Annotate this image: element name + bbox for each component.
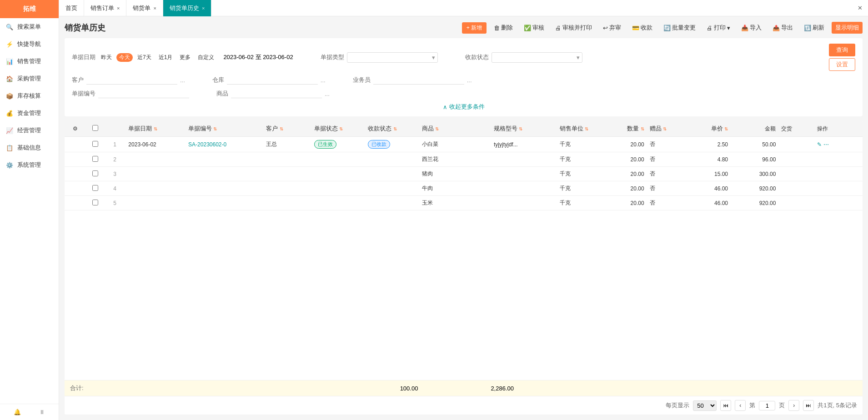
tab-sales-history-close[interactable]: × xyxy=(202,5,205,11)
select-all-checkbox[interactable] xyxy=(92,125,98,131)
action-link[interactable]: ⋯ xyxy=(823,141,829,148)
next-page-btn[interactable]: › xyxy=(788,400,799,411)
td-gift: 否 xyxy=(647,196,683,210)
page-input[interactable] xyxy=(759,401,775,410)
sidebar-item-system[interactable]: ⚙️ 系统管理 xyxy=(0,156,59,174)
salesperson-ellipsis[interactable]: ... xyxy=(467,77,472,84)
last-page-btn[interactable]: ⏭ xyxy=(803,400,814,411)
date-pill-today[interactable]: 今天 xyxy=(116,53,133,62)
tab-sales-goods[interactable]: 销货单 × xyxy=(126,0,163,16)
th-doc-status[interactable]: 单据状态 ⇅ xyxy=(311,121,366,137)
th-check[interactable] xyxy=(86,121,104,137)
sidebar-item-basic[interactable]: 📋 基础信息 xyxy=(0,139,59,156)
first-page-btn[interactable]: ⏮ xyxy=(720,400,731,411)
filter-payment-status-select[interactable] xyxy=(492,52,582,63)
th-goods-label: 商品 xyxy=(422,125,434,132)
date-pill-yesterday[interactable]: 昨天 xyxy=(98,53,115,62)
import-button[interactable]: 📥 导入 xyxy=(738,22,765,34)
th-payment-status[interactable]: 收款状态 ⇅ xyxy=(365,121,419,137)
basic-icon: 📋 xyxy=(5,144,14,152)
td-trade xyxy=(778,152,814,167)
tab-home[interactable]: 首页 xyxy=(59,0,84,16)
th-gift[interactable]: 赠品 ⇅ xyxy=(647,121,683,137)
show-detail-button[interactable]: 显示明细 xyxy=(832,22,863,34)
per-page-select[interactable]: 50 100 xyxy=(693,400,717,411)
th-doc-no[interactable]: 单据编号 ⇅ xyxy=(186,121,263,137)
audit-print-button[interactable]: 🖨 审核并打印 xyxy=(552,22,596,34)
sidebar-item-operations[interactable]: 📈 经营管理 xyxy=(0,122,59,139)
export-button[interactable]: 📤 导出 xyxy=(769,22,797,34)
table-row: 1 2023-06-02 SA-20230602-0 王总 已生效 已收款 小白… xyxy=(65,137,863,152)
row-checkbox[interactable] xyxy=(92,141,98,147)
sidebar-item-purchase[interactable]: 🏠 采购管理 xyxy=(0,70,59,87)
td-doc-no[interactable] xyxy=(186,167,263,181)
prev-page-btn[interactable]: ‹ xyxy=(735,400,746,411)
date-pill-7days[interactable]: 近7天 xyxy=(135,53,154,62)
date-pill-more[interactable]: 更多 xyxy=(177,53,193,62)
filter-salesperson-input[interactable] xyxy=(373,75,464,85)
abandon-button[interactable]: ↩ 弃审 xyxy=(599,22,625,34)
sidebar-item-quick-nav[interactable]: ⚡ 快捷导航 xyxy=(0,35,59,53)
collapse-label: 收起更多条件 xyxy=(449,103,485,111)
delete-button[interactable]: 🗑 删除 xyxy=(490,22,517,34)
refresh-button[interactable]: 🔃 刷新 xyxy=(800,22,828,34)
row-checkbox[interactable] xyxy=(92,156,98,162)
td-row-num: 3 xyxy=(104,167,125,181)
sidebar-item-search[interactable]: 🔍 搜索菜单 xyxy=(0,18,59,35)
th-qty[interactable]: 数量 ⇅ xyxy=(605,121,647,137)
th-price[interactable]: 单价 ⇅ xyxy=(683,121,731,137)
td-doc-date xyxy=(125,196,186,210)
query-button[interactable]: 查询 xyxy=(829,44,855,56)
th-doc-date[interactable]: 单据日期 ⇅ xyxy=(125,121,186,137)
filter-goods-input[interactable] xyxy=(231,89,322,98)
print-button[interactable]: 🖨 打印 ▾ xyxy=(703,22,734,34)
tab-close-all[interactable]: ✕ xyxy=(852,5,868,11)
tab-sales-history[interactable]: 销货单历史 × xyxy=(163,0,211,16)
sidebar-item-inventory[interactable]: 📦 库存核算 xyxy=(0,87,59,105)
row-checkbox[interactable] xyxy=(92,170,98,176)
td-doc-no[interactable]: SA-20230602-0 xyxy=(186,137,263,152)
tab-sales-order[interactable]: 销售订单 × xyxy=(84,0,126,16)
filter-doc-type-select[interactable] xyxy=(347,52,438,63)
batch-change-button[interactable]: 🔄 批量变更 xyxy=(660,22,699,34)
action-link[interactable]: ✎ xyxy=(817,141,822,148)
tab-sales-order-close[interactable]: × xyxy=(117,5,120,11)
sidebar-bottom-icon1[interactable]: 🔔 xyxy=(14,409,21,415)
warehouse-ellipsis[interactable]: ... xyxy=(321,77,326,84)
collapse-btn[interactable]: ∧ 收起更多条件 xyxy=(72,103,855,111)
th-goods[interactable]: 商品 ⇅ xyxy=(419,121,491,137)
td-doc-no[interactable] xyxy=(186,181,263,196)
sidebar-bottom-icon2[interactable]: ⏸ xyxy=(39,409,45,415)
td-spec xyxy=(491,167,557,181)
td-doc-no[interactable] xyxy=(186,196,263,210)
th-spec[interactable]: 规格型号 ⇅ xyxy=(491,121,557,137)
td-check[interactable] xyxy=(86,137,104,152)
th-gear[interactable]: ⚙ xyxy=(65,121,86,137)
filter-doc-type-label: 单据类型 xyxy=(321,53,344,61)
customer-ellipsis[interactable]: ... xyxy=(180,77,185,84)
tab-sales-goods-close[interactable]: × xyxy=(153,5,156,11)
td-check[interactable] xyxy=(86,167,104,181)
td-doc-no[interactable] xyxy=(186,152,263,167)
filter-customer-input[interactable] xyxy=(86,75,177,85)
date-pill-1month[interactable]: 近1月 xyxy=(156,53,176,62)
row-checkbox[interactable] xyxy=(92,200,98,205)
sidebar-item-sales[interactable]: 📊 销售管理 xyxy=(0,53,59,70)
td-check[interactable] xyxy=(86,152,104,167)
date-to: 2023-06-02 xyxy=(263,54,293,60)
filter-customer-item: 客户 ... xyxy=(72,75,185,85)
settings-button[interactable]: 设置 xyxy=(829,58,855,71)
row-checkbox[interactable] xyxy=(92,185,98,191)
filter-docno-input[interactable] xyxy=(98,89,189,98)
date-pill-custom[interactable]: 自定义 xyxy=(195,53,217,62)
new-button[interactable]: + 新增 xyxy=(462,22,487,34)
td-check[interactable] xyxy=(86,196,104,210)
th-customer[interactable]: 客户 ⇅ xyxy=(263,121,311,137)
collect-button[interactable]: 💳 收款 xyxy=(628,22,656,34)
goods-ellipsis[interactable]: ... xyxy=(325,90,330,97)
audit-button[interactable]: ✅ 审核 xyxy=(520,22,548,34)
th-unit[interactable]: 销售单位 ⇅ xyxy=(557,121,605,137)
sidebar-item-finance[interactable]: 💰 资金管理 xyxy=(0,105,59,122)
td-check[interactable] xyxy=(86,181,104,196)
filter-warehouse-input[interactable] xyxy=(227,75,318,85)
